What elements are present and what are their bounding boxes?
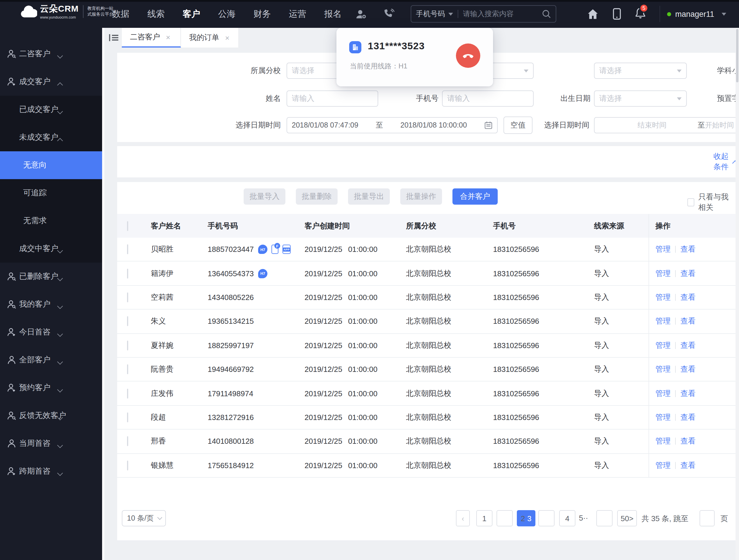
- notification-bell-icon[interactable]: 5: [634, 8, 646, 19]
- channel-h7-icon[interactable]: H7: [258, 245, 267, 254]
- nav-item-5[interactable]: 财务: [254, 8, 271, 19]
- view-link[interactable]: 查看: [681, 412, 696, 423]
- page-button-blank[interactable]: [538, 510, 555, 526]
- row-checkbox[interactable]: [127, 388, 128, 398]
- nav-item-3[interactable]: 客户: [183, 8, 200, 19]
- sidebar-item-6[interactable]: 可追踪: [0, 179, 102, 207]
- close-tab-icon[interactable]: ×: [166, 33, 170, 41]
- manage-link[interactable]: 管理: [655, 340, 671, 351]
- tab-secondary-customers[interactable]: 二咨客户 ×: [122, 28, 181, 47]
- nav-item-7[interactable]: 报名: [324, 8, 342, 19]
- sidebar-item-11[interactable]: 今日首咨: [0, 318, 102, 346]
- scrollbar-thumb[interactable]: [736, 29, 738, 82]
- row-checkbox[interactable]: [127, 293, 128, 302]
- nav-item-1[interactable]: 数据: [112, 8, 129, 19]
- view-link[interactable]: 查看: [681, 268, 696, 278]
- page-button-blank[interactable]: [596, 510, 612, 526]
- page-button-blank[interactable]: [496, 510, 513, 526]
- mobile-icon[interactable]: [611, 8, 622, 20]
- only-mine-checkbox[interactable]: [687, 198, 694, 206]
- batch-button-3[interactable]: 批量导出: [348, 188, 390, 205]
- phone-call-icon[interactable]: [383, 8, 395, 20]
- view-link[interactable]: 查看: [681, 460, 696, 471]
- app-icon[interactable]: APP: [283, 245, 291, 254]
- page-scrollbar[interactable]: [736, 28, 739, 560]
- view-link[interactable]: 查看: [681, 436, 696, 447]
- sidebar-item-3[interactable]: 已成交客户: [0, 96, 102, 124]
- search-icon[interactable]: [542, 9, 551, 19]
- page-button-active[interactable]: 23: [517, 510, 536, 526]
- row-checkbox[interactable]: [127, 412, 128, 422]
- sidebar-item-10[interactable]: 我的客户: [0, 291, 102, 318]
- manage-link[interactable]: 管理: [655, 460, 671, 471]
- view-link[interactable]: 查看: [681, 244, 696, 254]
- sidebar-item-4[interactable]: 未成交客户: [0, 124, 102, 151]
- jump-page-input[interactable]: [700, 510, 715, 526]
- sidebar-scroll-gutter[interactable]: [102, 28, 105, 560]
- sidebar-item-1[interactable]: 二咨客户: [0, 40, 102, 68]
- row-checkbox[interactable]: [127, 244, 128, 254]
- home-icon[interactable]: [587, 8, 599, 20]
- datetime-range-picker-2[interactable]: 结束时间 至 开始时间: [594, 117, 739, 133]
- row-checkbox[interactable]: [127, 436, 128, 446]
- only-mine-toggle[interactable]: 只看与我相关: [687, 192, 736, 213]
- table-row: 段超132812729162019/12/2501:00:00北京朝阳总校183…: [117, 406, 736, 430]
- sidebar-item-14[interactable]: 反馈无效客户: [0, 402, 102, 429]
- datetime-range-picker[interactable]: 2018/01/08 07:47:09 至 2018/01/08 10:00:0…: [287, 117, 498, 133]
- channel-h7-icon[interactable]: H7: [258, 269, 267, 278]
- batch-button-1[interactable]: 批量导入: [244, 188, 285, 205]
- page-size-select[interactable]: 10 条/页: [122, 510, 166, 526]
- customer-phone: 13640554373: [208, 269, 254, 278]
- add-person-icon[interactable]: [355, 8, 366, 20]
- collapse-menu-icon[interactable]: [109, 34, 118, 41]
- lead-source: 导入: [594, 436, 609, 447]
- phone-f-icon[interactable]: F: [272, 245, 278, 254]
- view-link[interactable]: 查看: [681, 316, 696, 327]
- close-tab-icon[interactable]: ×: [225, 33, 230, 42]
- sidebar-item-13[interactable]: 预约客户: [0, 374, 102, 402]
- nav-item-6[interactable]: 运营: [289, 8, 306, 19]
- collapse-conditions-link[interactable]: 收起条件: [714, 151, 736, 172]
- row-checkbox[interactable]: [127, 268, 128, 278]
- manage-link[interactable]: 管理: [655, 436, 671, 447]
- batch-button-2[interactable]: 批量删除: [296, 188, 338, 205]
- row-checkbox[interactable]: [127, 317, 128, 326]
- view-link[interactable]: 查看: [681, 292, 696, 303]
- sidebar-item-5[interactable]: 无意向: [0, 151, 102, 179]
- user-menu[interactable]: manager11: [667, 0, 727, 28]
- sidebar-item-2[interactable]: 成交客户: [0, 68, 102, 96]
- row-checkbox[interactable]: [127, 341, 128, 350]
- manage-link[interactable]: 管理: [655, 292, 671, 303]
- merge-customers-button[interactable]: 合并客户: [452, 188, 498, 205]
- prev-page-button[interactable]: ‹: [456, 510, 470, 526]
- sidebar-item-16[interactable]: 跨期首咨: [0, 457, 102, 485]
- select-all-checkbox[interactable]: [127, 221, 128, 231]
- manage-link[interactable]: 管理: [655, 388, 671, 399]
- page-button-4[interactable]: 4: [559, 510, 575, 526]
- view-link[interactable]: 查看: [681, 388, 696, 399]
- view-link[interactable]: 查看: [681, 340, 696, 351]
- manage-link[interactable]: 管理: [655, 364, 671, 374]
- row-checkbox[interactable]: [127, 364, 128, 374]
- tab-my-orders[interactable]: 我的订单 ×: [181, 28, 239, 47]
- page-button-1[interactable]: 1: [476, 510, 492, 526]
- search-category[interactable]: 手机号码: [416, 9, 445, 19]
- sidebar-item-12[interactable]: 全部客户: [0, 346, 102, 374]
- manage-link[interactable]: 管理: [655, 412, 671, 423]
- sidebar-item-7[interactable]: 无需求: [0, 207, 102, 235]
- manage-link[interactable]: 管理: [655, 244, 671, 254]
- view-link[interactable]: 查看: [681, 364, 696, 374]
- global-search[interactable]: 手机号码 请输入搜索内容: [411, 5, 556, 23]
- nav-item-4[interactable]: 公海: [218, 8, 236, 19]
- sidebar-item-9[interactable]: 已删除客户: [0, 262, 102, 291]
- last-page-button[interactable]: 50>: [617, 510, 637, 526]
- sidebar-item-8[interactable]: 成交中客户: [0, 235, 102, 262]
- hangup-button[interactable]: [456, 43, 480, 68]
- batch-button-4[interactable]: 批量操作: [400, 188, 442, 205]
- sidebar-item-15[interactable]: 当周首咨: [0, 429, 102, 457]
- manage-link[interactable]: 管理: [655, 268, 671, 278]
- manage-link[interactable]: 管理: [655, 316, 671, 327]
- row-checkbox[interactable]: [127, 460, 128, 471]
- nav-item-2[interactable]: 线索: [147, 8, 165, 19]
- search-input[interactable]: 请输入搜索内容: [463, 9, 542, 19]
